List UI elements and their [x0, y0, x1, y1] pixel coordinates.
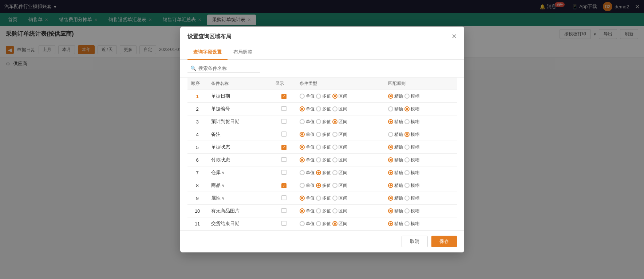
tab-layout-label: 布局调整	[233, 49, 252, 55]
modal-tabs: 查询字段设置 布局调整	[180, 45, 464, 60]
modal-search-area: 🔍	[180, 60, 464, 70]
search-input[interactable]	[198, 66, 257, 70]
modal-overlay: 设置查询区域布局 ✕ 查询字段设置 布局调整 🔍 顺序	[0, 0, 644, 70]
modal-close-button[interactable]: ✕	[451, 32, 457, 40]
modal-dialog: 设置查询区域布局 ✕ 查询字段设置 布局调整 🔍 顺序	[180, 27, 464, 70]
tab-query-fields-label: 查询字段设置	[193, 49, 222, 55]
modal-title: 设置查询区域布局	[187, 33, 231, 40]
tab-layout[interactable]: 布局调整	[228, 45, 258, 60]
search-input-wrap: 🔍	[187, 64, 260, 70]
tab-query-fields[interactable]: 查询字段设置	[187, 45, 228, 60]
modal-header: 设置查询区域布局 ✕	[180, 27, 464, 45]
search-icon: 🔍	[190, 66, 196, 70]
